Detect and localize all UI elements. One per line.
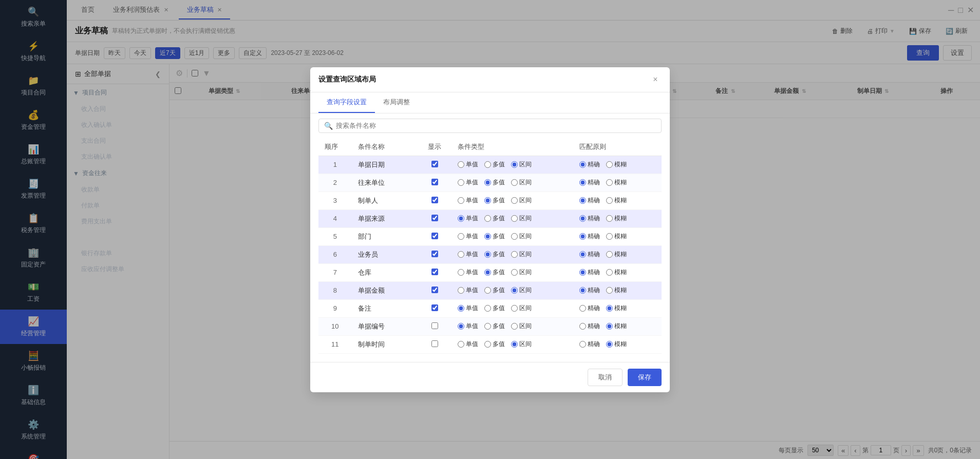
modal-close-btn[interactable]: × bbox=[649, 73, 662, 86]
radio-fuzzy-input[interactable] bbox=[606, 323, 613, 330]
display-checkbox[interactable] bbox=[431, 304, 438, 311]
cancel-btn[interactable]: 取消 bbox=[588, 369, 623, 386]
radio-single[interactable]: 单值 bbox=[458, 268, 478, 277]
radio-single[interactable]: 单值 bbox=[458, 286, 478, 295]
radio-range[interactable]: 区间 bbox=[511, 232, 532, 241]
radio-multiple-input[interactable] bbox=[484, 179, 491, 186]
radio-fuzzy[interactable]: 模糊 bbox=[606, 160, 627, 169]
radio-multiple-input[interactable] bbox=[484, 161, 491, 168]
radio-exact-input[interactable] bbox=[579, 341, 586, 348]
radio-multiple-input[interactable] bbox=[484, 215, 491, 222]
display-checkbox[interactable] bbox=[431, 286, 438, 293]
radio-single[interactable]: 单值 bbox=[458, 160, 478, 169]
radio-fuzzy[interactable]: 模糊 bbox=[606, 286, 627, 295]
radio-multiple-input[interactable] bbox=[484, 269, 491, 276]
radio-range[interactable]: 区间 bbox=[511, 322, 532, 331]
radio-range-input[interactable] bbox=[511, 305, 518, 312]
radio-fuzzy-input[interactable] bbox=[606, 179, 613, 186]
radio-fuzzy[interactable]: 模糊 bbox=[606, 304, 627, 313]
radio-range[interactable]: 区间 bbox=[511, 286, 532, 295]
radio-fuzzy-input[interactable] bbox=[606, 287, 613, 294]
radio-range-input[interactable] bbox=[511, 215, 518, 222]
radio-fuzzy[interactable]: 模糊 bbox=[606, 214, 627, 223]
radio-exact-input[interactable] bbox=[579, 233, 586, 240]
radio-single[interactable]: 单值 bbox=[458, 250, 478, 259]
radio-single-input[interactable] bbox=[458, 215, 464, 222]
radio-exact-input[interactable] bbox=[579, 251, 586, 258]
radio-single-input[interactable] bbox=[458, 179, 464, 186]
radio-multiple[interactable]: 多值 bbox=[484, 214, 505, 223]
radio-range-input[interactable] bbox=[511, 161, 518, 168]
radio-fuzzy-input[interactable] bbox=[606, 215, 613, 222]
radio-multiple[interactable]: 多值 bbox=[484, 250, 505, 259]
radio-range[interactable]: 区间 bbox=[511, 214, 532, 223]
display-checkbox[interactable] bbox=[431, 340, 438, 347]
radio-exact-input[interactable] bbox=[579, 197, 586, 204]
radio-exact[interactable]: 精确 bbox=[579, 268, 600, 277]
radio-exact[interactable]: 精确 bbox=[579, 322, 600, 331]
radio-single[interactable]: 单值 bbox=[458, 340, 478, 349]
radio-fuzzy[interactable]: 模糊 bbox=[606, 196, 627, 205]
radio-range[interactable]: 区间 bbox=[511, 160, 532, 169]
radio-multiple[interactable]: 多值 bbox=[484, 340, 505, 349]
radio-range-input[interactable] bbox=[511, 269, 518, 276]
radio-fuzzy-input[interactable] bbox=[606, 269, 613, 276]
radio-multiple[interactable]: 多值 bbox=[484, 304, 505, 313]
radio-fuzzy[interactable]: 模糊 bbox=[606, 250, 627, 259]
radio-exact-input[interactable] bbox=[579, 323, 586, 330]
radio-range-input[interactable] bbox=[511, 251, 518, 258]
radio-single-input[interactable] bbox=[458, 251, 464, 258]
radio-exact-input[interactable] bbox=[579, 305, 586, 312]
radio-range-input[interactable] bbox=[511, 287, 518, 294]
display-checkbox[interactable] bbox=[431, 322, 438, 329]
radio-fuzzy-input[interactable] bbox=[606, 251, 613, 258]
modal-save-btn[interactable]: 保存 bbox=[628, 369, 662, 386]
radio-single[interactable]: 单值 bbox=[458, 178, 478, 187]
radio-multiple-input[interactable] bbox=[484, 323, 491, 330]
radio-multiple[interactable]: 多值 bbox=[484, 196, 505, 205]
display-checkbox[interactable] bbox=[431, 197, 438, 203]
radio-exact-input[interactable] bbox=[579, 269, 586, 276]
radio-single-input[interactable] bbox=[458, 233, 464, 240]
display-checkbox[interactable] bbox=[431, 161, 438, 167]
radio-exact[interactable]: 精确 bbox=[579, 160, 600, 169]
radio-fuzzy-input[interactable] bbox=[606, 341, 613, 348]
radio-range[interactable]: 区间 bbox=[511, 196, 532, 205]
radio-fuzzy[interactable]: 模糊 bbox=[606, 322, 627, 331]
radio-single[interactable]: 单值 bbox=[458, 304, 478, 313]
radio-exact[interactable]: 精确 bbox=[579, 304, 600, 313]
radio-single-input[interactable] bbox=[458, 323, 464, 330]
radio-fuzzy[interactable]: 模糊 bbox=[606, 232, 627, 241]
radio-exact-input[interactable] bbox=[579, 287, 586, 294]
radio-multiple-input[interactable] bbox=[484, 287, 491, 294]
radio-range-input[interactable] bbox=[511, 341, 518, 348]
radio-single-input[interactable] bbox=[458, 287, 464, 294]
radio-single-input[interactable] bbox=[458, 161, 464, 168]
radio-multiple[interactable]: 多值 bbox=[484, 160, 505, 169]
radio-fuzzy[interactable]: 模糊 bbox=[606, 340, 627, 349]
radio-fuzzy-input[interactable] bbox=[606, 305, 613, 312]
radio-single[interactable]: 单值 bbox=[458, 196, 478, 205]
radio-range-input[interactable] bbox=[511, 197, 518, 204]
radio-range[interactable]: 区间 bbox=[511, 268, 532, 277]
modal-tab-layout[interactable]: 布局调整 bbox=[375, 92, 418, 113]
radio-multiple-input[interactable] bbox=[484, 233, 491, 240]
radio-fuzzy-input[interactable] bbox=[606, 233, 613, 240]
radio-single-input[interactable] bbox=[458, 197, 464, 204]
display-checkbox[interactable] bbox=[431, 233, 438, 239]
radio-multiple[interactable]: 多值 bbox=[484, 178, 505, 187]
radio-fuzzy-input[interactable] bbox=[606, 197, 613, 204]
display-checkbox[interactable] bbox=[431, 215, 438, 221]
radio-exact[interactable]: 精确 bbox=[579, 232, 600, 241]
radio-range[interactable]: 区间 bbox=[511, 340, 532, 349]
radio-exact[interactable]: 精确 bbox=[579, 250, 600, 259]
display-checkbox[interactable] bbox=[431, 269, 438, 275]
radio-range-input[interactable] bbox=[511, 323, 518, 330]
radio-multiple-input[interactable] bbox=[484, 341, 491, 348]
modal-search-input[interactable] bbox=[336, 122, 656, 129]
radio-range[interactable]: 区间 bbox=[511, 178, 532, 187]
radio-single[interactable]: 单值 bbox=[458, 322, 478, 331]
display-checkbox[interactable] bbox=[431, 179, 438, 185]
radio-single-input[interactable] bbox=[458, 305, 464, 312]
radio-fuzzy[interactable]: 模糊 bbox=[606, 178, 627, 187]
